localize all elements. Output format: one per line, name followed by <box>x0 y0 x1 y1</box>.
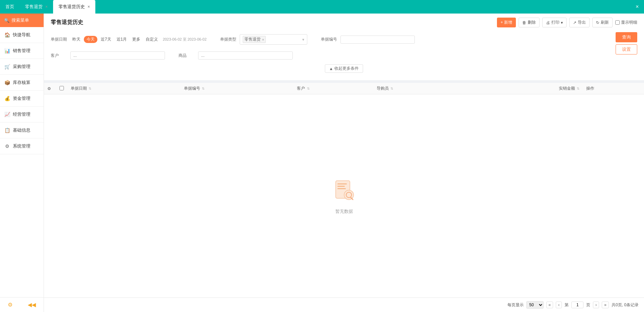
th-customer: 客户 ⇅ <box>293 83 373 94</box>
date-options: 昨天 今天 近7天 近1月 更多 自定义 <box>70 36 160 43</box>
sidebar-bottom: ⚙ ◀◀ <box>0 297 44 312</box>
main-layout: 🔍 搜索菜单 🏠快捷导航📊销售管理🛒采购管理📦库存核算💰资金管理📈经营管理📋基础… <box>0 14 644 312</box>
sidebar-item-inventory[interactable]: 📦库存核算 <box>0 75 44 91</box>
sidebar-search-label: 搜索菜单 <box>11 17 29 23</box>
nav-label-finance: 资金管理 <box>13 95 30 102</box>
date-option-last7[interactable]: 近7天 <box>99 36 113 43</box>
svg-point-4 <box>344 190 354 200</box>
display-toggle-checkbox[interactable] <box>615 20 620 25</box>
nav-label-system: 系统管理 <box>13 143 30 149</box>
next-page-button[interactable]: › <box>593 302 599 308</box>
empty-icon <box>331 177 358 204</box>
goods-input[interactable] <box>198 51 293 60</box>
sidebar-item-finance[interactable]: 💰资金管理 <box>0 91 44 107</box>
type-tag-close[interactable]: × <box>262 38 264 42</box>
sidebar-item-operation[interactable]: 📈经营管理 <box>0 107 44 122</box>
nav-label-inventory: 库存核算 <box>13 80 30 86</box>
customer-label: 客户 <box>51 53 68 59</box>
empty-text: 暂无数据 <box>335 208 353 215</box>
sidebar-volume-icon[interactable]: ◀◀ <box>28 302 36 308</box>
print-button[interactable]: 🖨 打印 ▾ <box>542 18 567 27</box>
content-area: 零售退货历史 + 新增 🗑 删除 🖨 打印 ▾ ↗ 导出 <box>44 14 644 312</box>
customer-input[interactable] <box>70 51 165 60</box>
query-button[interactable]: 查询 <box>616 32 637 42</box>
date-option-custom[interactable]: 自定义 <box>144 36 160 43</box>
date-label: 单据日期 <box>51 37 68 42</box>
tab-home[interactable]: 首页 <box>0 0 20 14</box>
gear-icon[interactable]: ⚙ <box>47 86 51 91</box>
total-label: 共0页, 0条记录 <box>612 302 639 308</box>
settings-button[interactable]: 设置 <box>616 44 637 54</box>
export-icon: ↗ <box>573 20 576 25</box>
per-page-select[interactable]: 50 10 20 100 <box>526 301 544 309</box>
sidebar-search[interactable]: 🔍 搜索菜单 <box>0 14 44 27</box>
th-date: 单据日期 ⇅ <box>67 83 181 94</box>
th-checkbox <box>56 83 67 94</box>
refresh-icon: ↻ <box>596 20 599 25</box>
nav-icon-operation: 📈 <box>4 111 10 117</box>
th-amount: 实销金额 ⇅ <box>470 83 583 94</box>
filter-row-2: 客户 商品 <box>51 49 612 62</box>
top-bar: 首页零售退货×零售退货历史× × <box>0 0 644 14</box>
svg-rect-2 <box>337 186 345 187</box>
select-all-checkbox[interactable] <box>59 86 64 90</box>
nav-label-purchase: 采购管理 <box>13 64 30 70</box>
svg-rect-1 <box>337 183 347 184</box>
sidebar-item-base-info[interactable]: 📋基础信息 <box>0 122 44 138</box>
sidebar-item-quick-nav[interactable]: 🏠快捷导航 <box>0 27 44 43</box>
nav-icon-finance: 💰 <box>4 95 10 102</box>
sort-customer-icon[interactable]: ⇅ <box>307 87 310 90</box>
svg-rect-3 <box>337 188 346 189</box>
sidebar-item-system[interactable]: ⚙系统管理 <box>0 138 44 154</box>
page-suffix: 页 <box>586 302 590 308</box>
sidebar-settings-icon[interactable]: ⚙ <box>8 302 13 308</box>
th-action: 操作 <box>583 83 644 94</box>
delete-button[interactable]: 🗑 删除 <box>519 18 540 27</box>
sort-date-icon[interactable]: ⇅ <box>89 87 91 90</box>
page-title: 零售退货历史 <box>51 19 83 26</box>
export-button[interactable]: ↗ 导出 <box>569 18 590 27</box>
data-table: ⚙ 单据日期 ⇅ 单据编号 ⇅ <box>44 83 644 94</box>
filter-collapse-area: ▲ 收起更多条件 <box>51 62 637 76</box>
date-option-yesterday[interactable]: 昨天 <box>70 36 82 43</box>
tab-close-retail-return-history[interactable]: × <box>88 4 90 9</box>
th-gear: ⚙ <box>44 83 56 94</box>
nav-icon-sales: 📊 <box>4 48 10 54</box>
nav-icon-system: ⚙ <box>4 143 10 149</box>
type-select[interactable]: 零售退货 × ▾ <box>240 34 307 45</box>
page-title-row: 零售退货历史 + 新增 🗑 删除 🖨 打印 ▾ ↗ 导出 <box>51 18 637 27</box>
print-icon: 🖨 <box>546 20 550 25</box>
page-input[interactable] <box>571 302 583 308</box>
sort-amount-icon[interactable]: ⇅ <box>577 87 579 90</box>
type-tag: 零售退货 × <box>243 36 266 43</box>
date-range: 2023-06-02 至 2023-06-02 <box>163 37 207 42</box>
nav-label-operation: 经营管理 <box>13 111 30 117</box>
refresh-button[interactable]: ↻ 刷新 <box>592 18 613 27</box>
delete-icon: 🗑 <box>522 20 526 25</box>
sort-guide-icon[interactable]: ⇅ <box>390 87 393 90</box>
display-toggle: 显示明细 <box>615 20 637 25</box>
date-option-today[interactable]: 今天 <box>84 36 97 43</box>
page-label: 第 <box>565 302 569 308</box>
last-page-button[interactable]: » <box>602 302 609 308</box>
collapse-button[interactable]: ▲ 收起更多条件 <box>325 64 363 73</box>
tab-retail-return[interactable]: 零售退货× <box>20 0 53 14</box>
nav-icon-base-info: 📋 <box>4 127 10 133</box>
toolbar-buttons: + 新增 🗑 删除 🖨 打印 ▾ ↗ 导出 ↻ <box>497 18 637 27</box>
first-page-button[interactable]: « <box>546 302 553 308</box>
sidebar-item-sales[interactable]: 📊销售管理 <box>0 43 44 59</box>
sidebar-nav: 🏠快捷导航📊销售管理🛒采购管理📦库存核算💰资金管理📈经营管理📋基础信息⚙系统管理 <box>0 27 44 297</box>
new-button[interactable]: + 新增 <box>497 18 516 27</box>
nav-icon-purchase: 🛒 <box>4 64 10 70</box>
date-option-more[interactable]: 更多 <box>130 36 142 43</box>
window-close-button[interactable]: × <box>630 0 644 14</box>
prev-page-button[interactable]: ‹ <box>556 302 562 308</box>
tab-retail-return-history[interactable]: 零售退货历史× <box>53 0 95 14</box>
date-option-last-month[interactable]: 近1月 <box>115 36 129 43</box>
per-page-label: 每页显示 <box>507 302 524 308</box>
sort-number-icon[interactable]: ⇅ <box>202 87 205 90</box>
goods-filter: 商品 <box>178 51 293 60</box>
number-input[interactable] <box>340 36 415 44</box>
tab-close-retail-return[interactable]: × <box>45 4 48 9</box>
sidebar-item-purchase[interactable]: 🛒采购管理 <box>0 59 44 75</box>
